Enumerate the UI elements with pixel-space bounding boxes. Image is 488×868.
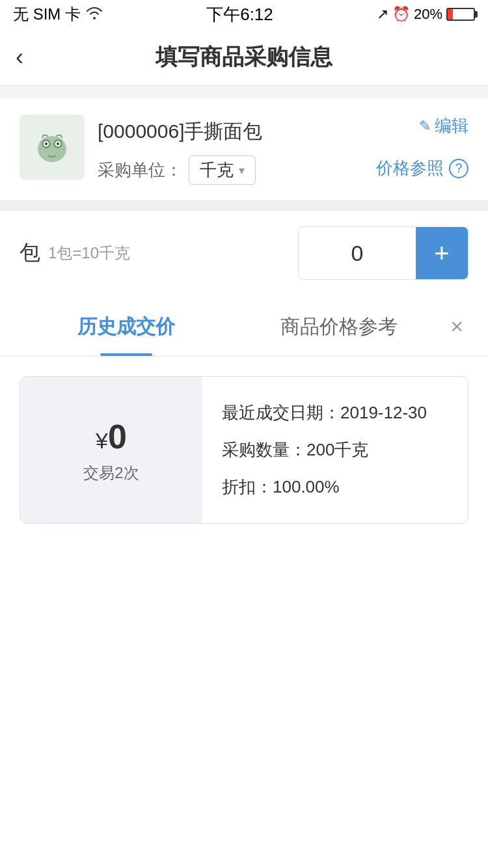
status-bar: 无 SIM 卡 下午6:12 ↗ ⏰ 20% xyxy=(0,0,488,29)
product-thumbnail xyxy=(20,115,85,180)
purchase-qty-label: 采购数量： xyxy=(222,440,306,459)
package-ratio: 1包=10千克 xyxy=(48,243,130,264)
dropdown-arrow-icon: ▾ xyxy=(239,163,245,178)
status-left: 无 SIM 卡 xyxy=(13,4,103,25)
discount-value: 100.00% xyxy=(273,477,340,496)
trade-count: 交易2次 xyxy=(83,463,139,483)
quantity-control: 0 + xyxy=(298,226,468,280)
alarm-icon: ⏰ xyxy=(392,6,410,23)
svg-point-0 xyxy=(38,136,66,162)
battery-percent: 20% xyxy=(414,6,442,23)
price-number: 0 xyxy=(108,418,127,455)
unit-label: 采购单位： xyxy=(98,159,182,182)
discount-line: 折扣：100.00% xyxy=(222,474,448,500)
quantity-left: 包 1包=10千克 xyxy=(20,239,130,267)
section-divider xyxy=(0,200,488,211)
currency-symbol: ¥ xyxy=(96,428,108,453)
tab-history-label: 历史成交价 xyxy=(77,316,175,337)
product-left: [0000006]手撕面包 采购单位： 千克 ▾ xyxy=(20,115,262,185)
discount-label: 折扣： xyxy=(222,477,273,496)
nav-bar: ‹ 填写商品采购信息 xyxy=(0,29,488,86)
tab-history-price[interactable]: 历史成交价 xyxy=(20,295,232,356)
status-right: ↗ ⏰ 20% xyxy=(377,6,475,23)
history-price-side: ¥0 交易2次 xyxy=(20,377,202,523)
tab-product-label: 商品价格参考 xyxy=(280,316,398,337)
product-name: [0000006]手撕面包 xyxy=(98,118,262,145)
right-actions: ✎ 编辑 价格参照 ? xyxy=(376,115,468,180)
price-ref-link[interactable]: 价格参照 xyxy=(376,157,444,180)
package-label: 包 xyxy=(20,239,40,267)
status-time: 下午6:12 xyxy=(206,3,273,26)
price-ref-row: 价格参照 ? xyxy=(376,157,468,180)
quantity-increase-button[interactable]: + xyxy=(416,227,468,279)
history-price-card: ¥0 交易2次 最近成交日期：2019-12-30 采购数量：200千克 折扣：… xyxy=(20,376,468,524)
product-info: [0000006]手撕面包 采购单位： 千克 ▾ xyxy=(98,115,262,185)
location-icon: ↗ xyxy=(377,6,388,23)
tabs-row: 历史成交价 商品价格参考 × xyxy=(0,295,488,357)
unit-selector[interactable]: 千克 ▾ xyxy=(189,156,256,185)
wifi-icon xyxy=(86,5,103,23)
history-detail-side: 最近成交日期：2019-12-30 采购数量：200千克 折扣：100.00% xyxy=(202,377,468,523)
recent-date-line: 最近成交日期：2019-12-30 xyxy=(222,400,448,426)
product-unit-row: 采购单位： 千克 ▾ xyxy=(98,156,262,185)
price-ref-help-icon[interactable]: ? xyxy=(449,159,468,178)
edit-icon: ✎ xyxy=(419,118,431,135)
svg-point-6 xyxy=(57,142,59,145)
product-card: [0000006]手撕面包 采购单位： 千克 ▾ ✎ 编辑 价格参照 ? xyxy=(0,99,488,200)
battery-fill xyxy=(448,9,453,20)
purchase-qty-line: 采购数量：200千克 xyxy=(222,437,448,463)
unit-value: 千克 xyxy=(200,159,234,182)
edit-label: 编辑 xyxy=(435,115,468,137)
history-price-display: ¥0 xyxy=(96,417,127,456)
back-button[interactable]: ‹ xyxy=(16,44,23,71)
purchase-qty-value: 200千克 xyxy=(306,440,368,459)
tab-product-price-ref[interactable]: 商品价格参考 xyxy=(232,295,445,356)
page-title: 填写商品采购信息 xyxy=(156,42,332,72)
edit-button[interactable]: ✎ 编辑 xyxy=(419,115,468,137)
quantity-row: 包 1包=10千克 0 + xyxy=(0,211,488,295)
svg-point-5 xyxy=(45,142,47,145)
battery-icon xyxy=(446,8,475,21)
panel-close-button[interactable]: × xyxy=(445,310,468,342)
history-tab-content: ¥0 交易2次 最近成交日期：2019-12-30 采购数量：200千克 折扣：… xyxy=(0,357,488,543)
carrier-text: 无 SIM 卡 xyxy=(13,4,81,25)
recent-date-value: 2019-12-30 xyxy=(340,403,427,422)
bottom-space xyxy=(0,543,488,868)
quantity-value: 0 xyxy=(299,232,416,275)
product-header: [0000006]手撕面包 采购单位： 千克 ▾ ✎ 编辑 价格参照 ? xyxy=(20,115,468,185)
recent-date-label: 最近成交日期： xyxy=(222,403,340,422)
price-reference-panel: 历史成交价 商品价格参考 × ¥0 交易2次 最近成交日期：2019-12-30… xyxy=(0,295,488,543)
